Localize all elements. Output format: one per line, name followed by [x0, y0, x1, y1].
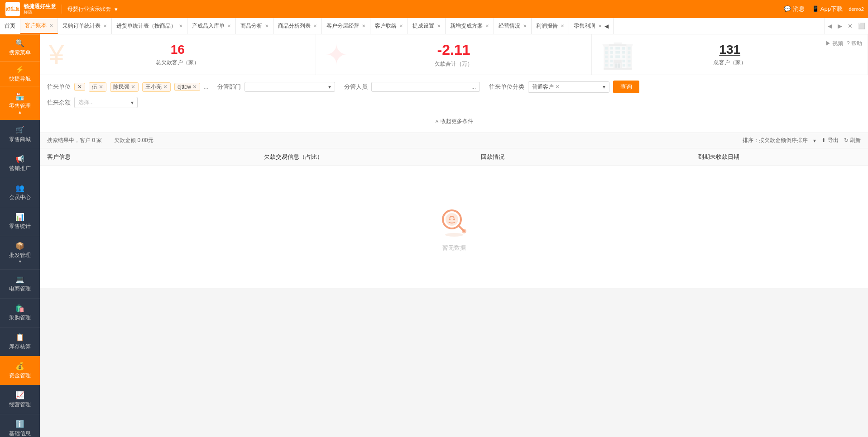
empty-text: 暂无数据 [442, 244, 466, 252]
close-icon[interactable]: ✕ [179, 24, 182, 28]
dept-select[interactable]: ▾ [245, 82, 335, 92]
result-bar: 搜索结果中，客户 0 家 欠款金额 0.00元 排序：按欠款金额倒序排序 ▾ ⬆… [40, 133, 868, 148]
export-btn[interactable]: ⬆ 导出 [821, 137, 838, 144]
sidebar-item-wholesale-mgmt[interactable]: 📦 批发管理 ▾ [0, 236, 40, 269]
close-icon[interactable]: ✕ [485, 24, 489, 28]
close-icon[interactable]: ✕ [103, 24, 107, 28]
message-icon: 💬 [784, 5, 791, 12]
close-icon[interactable]: ✕ [598, 24, 602, 28]
filter-tag-normal-customer: 普通客户 ✕ [532, 83, 560, 91]
message-btn[interactable]: 💬 消息 [784, 5, 805, 13]
app-download-btn[interactable]: 📱 App下载 [812, 5, 843, 13]
tab-home[interactable]: 首页 [0, 18, 20, 34]
tab-label: 产成品入库单 [192, 22, 225, 30]
sidebar-item-inventory-check[interactable]: 📋 库存核算 [0, 327, 40, 356]
sort-dropdown-icon[interactable]: ▾ [813, 138, 816, 144]
sidebar-operations-label: 经营管理 [4, 401, 36, 408]
close-icon[interactable]: ✕ [523, 24, 527, 28]
tab-purchase-stats-product[interactable]: 进货单统计表（按商品） ✕ [112, 18, 187, 34]
top-bar-right: 💬 消息 📱 App下载 demo2 [784, 3, 863, 15]
tag-close-wang[interactable]: ✕ [163, 84, 168, 90]
sidebar-item-operations-mgmt[interactable]: 📈 经营管理 [0, 385, 40, 414]
tab-customer-contact[interactable]: 客户联络 ✕ [370, 18, 408, 34]
query-button[interactable]: 查询 [613, 81, 639, 93]
tab-new-achievement[interactable]: 新增提成方案 ✕ [446, 18, 494, 34]
tab-production-inbound[interactable]: 产成品入库单 ✕ [187, 18, 236, 34]
stat-customers2-text: 131 总客户（家） [714, 43, 746, 66]
tag-close-chen[interactable]: ✕ [131, 84, 135, 90]
th-repayment: 回款情况 [481, 153, 698, 161]
sidebar-marketing-label: 营销推广 [4, 165, 36, 172]
stat-actions: ▶ 视频 ? 帮助 [825, 40, 862, 48]
help-btn[interactable]: ? 帮助 [847, 40, 862, 48]
expand-icon: ▲ [4, 110, 36, 114]
close-icon[interactable]: ✕ [313, 24, 317, 28]
top-bar-left: 好生意 畅捷通好生意 标版 母婴行业演示账套 ▾ [5, 2, 118, 16]
video-btn[interactable]: ▶ 视频 [825, 40, 843, 48]
sidebar-item-finance-mgmt[interactable]: 💰 资金管理 [0, 356, 40, 385]
sidebar-retail-mall-label: 零售商城 [4, 136, 36, 143]
close-icon[interactable]: ✕ [399, 24, 403, 28]
tab-reminder-settings[interactable]: 提成设置 ✕ [408, 18, 446, 34]
content-area: ¥ 16 总欠款客户（家） ✦ -2.11 欠款合计（万） 🏢 131 总客户（… [40, 34, 868, 437]
sidebar-item-retail-stats[interactable]: 📊 零售统计 [0, 207, 40, 236]
tab-product-analysis[interactable]: 商品分析 ✕ [236, 18, 273, 34]
close-icon[interactable]: ✕ [362, 24, 365, 28]
tab-profit-report[interactable]: 利润报告 ✕ [532, 18, 569, 34]
result-actions: 排序：按欠款金额倒序排序 ▾ ⬆ 导出 ↻ 刷新 [743, 137, 861, 144]
selector-arrow[interactable]: ▾ [115, 6, 118, 13]
sidebar-item-marketing[interactable]: 📢 营销推广 [0, 149, 40, 178]
tab-customer-segmentation[interactable]: 客户分层经营 ✕ [322, 18, 370, 34]
sidebar-item-member-center[interactable]: 👥 会员中心 [0, 178, 40, 207]
balance-select[interactable]: 选择... ▾ [74, 97, 138, 108]
tab-prev-arrow[interactable]: ◀ [825, 23, 835, 29]
filter-more-btn[interactable]: ... [204, 84, 208, 90]
sidebar-ecommerce-label: 电商管理 [4, 285, 36, 293]
tab-customer-ledger[interactable]: 客户账本 ✕ [20, 18, 58, 34]
sidebar-item-quick-nav[interactable]: ⚡ 快捷导航 [0, 61, 40, 86]
stat-debt-number: -2.11 [435, 42, 473, 58]
sidebar-item-retail-mall[interactable]: 🛒 零售商城 [0, 120, 40, 149]
person-select[interactable]: ... [371, 82, 480, 92]
tab-product-analysis-list[interactable]: 商品分析列表 ✕ [273, 18, 322, 34]
sidebar-item-basic-info[interactable]: ℹ️ 基础信息 [0, 414, 40, 437]
table-header: 客户信息 欠款交易信息（占比） 回款情况 到期未收款日期 [40, 148, 868, 166]
tab-purchase-order-stats[interactable]: 采购订单统计表 ✕ [58, 18, 112, 34]
tab-close-all[interactable]: ✕ [845, 23, 855, 29]
tab-label: 客户联络 [375, 22, 397, 30]
close-icon[interactable]: ✕ [227, 24, 231, 28]
filter-row-2: 往来余额 选择... ▾ [47, 97, 861, 108]
svg-point-5 [449, 218, 451, 220]
tab-label: 进货单统计表（按商品） [116, 22, 176, 30]
tab-retail-profit[interactable]: 零售利润 ✕ ◀ [569, 18, 614, 34]
tab-maximize[interactable]: ⬜ [855, 23, 868, 29]
tag-close-normal[interactable]: ✕ [555, 84, 560, 90]
user-avatar[interactable]: demo2 [850, 3, 863, 15]
person-more-icon[interactable]: ... [471, 84, 476, 90]
refresh-btn[interactable]: ↻ 刷新 [844, 137, 861, 144]
filter-tag-wang: 王小亮 ✕ [142, 82, 171, 92]
sidebar-item-search[interactable]: 🔍 搜索菜单 [0, 34, 40, 61]
sidebar-retail-mgmt-label: 零售管理 [4, 102, 36, 110]
sidebar-item-ecommerce[interactable]: 💻 电商管理 [0, 269, 40, 298]
th-due-date: 到期未收款日期 [698, 153, 861, 161]
account-selector[interactable]: 母婴行业演示账套 [67, 5, 111, 13]
stat-customers-label: 总欠款客户（家） [156, 59, 199, 66]
tab-business-situation[interactable]: 经营情况 ✕ [494, 18, 532, 34]
collapse-btn[interactable]: ∧ 收起更多条件 [431, 116, 477, 127]
close-icon[interactable]: ✕ [49, 23, 53, 28]
stat-customers2-label: 总客户（家） [714, 59, 746, 66]
marketing-icon: 📢 [4, 155, 36, 163]
sidebar-item-retail-mgmt[interactable]: 🏪 零售管理 ▲ [0, 86, 40, 120]
close-icon[interactable]: ✕ [561, 24, 564, 28]
close-icon[interactable]: ✕ [265, 24, 269, 28]
tab-next-arrow[interactable]: ▶ [835, 23, 845, 29]
finance-icon: 💰 [4, 362, 36, 370]
tab-label: 商品分析 [240, 22, 262, 30]
tag-close-cjttcw[interactable]: ✕ [192, 84, 197, 90]
tag-close-wu[interactable]: ✕ [99, 84, 103, 90]
unit-class-select[interactable]: 普通客户 ✕ ▾ [528, 81, 609, 93]
close-icon[interactable]: ✕ [437, 24, 441, 28]
sidebar-item-purchase-mgmt[interactable]: 🛍️ 采购管理 [0, 298, 40, 327]
customer-count: 0 [92, 137, 95, 143]
